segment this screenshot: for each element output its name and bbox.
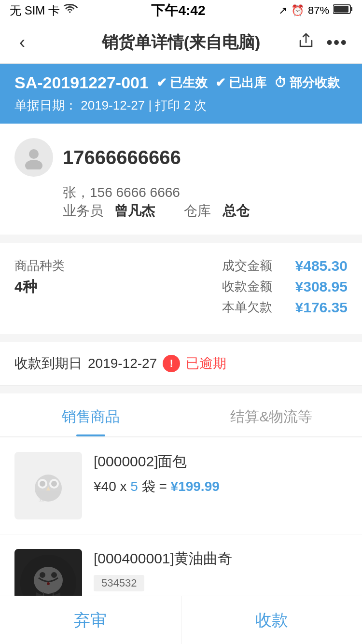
product-title-1: [0000002]面包: [94, 452, 348, 472]
svg-rect-2: [334, 6, 348, 13]
status-bar: 无 SIM 卡 下午4:42 ↗ ⏰ 87%: [0, 0, 362, 21]
customer-meta: 业务员 曾凡杰 仓库 总仓: [63, 202, 348, 220]
svg-point-13: [34, 567, 63, 594]
nav-right-actions: •••: [297, 32, 348, 53]
salesperson-value: 曾凡杰: [114, 203, 155, 218]
received-label: 收款金额: [222, 278, 272, 295]
owed-label: 本单欠款: [222, 299, 272, 316]
product-info-1: [0000002]面包 ¥40 x 5 袋 = ¥199.99: [94, 452, 348, 496]
page-title: 销货单详情(来自电脑): [102, 31, 261, 54]
header-banner: SA-20191227-001 ✔ 已生效 ✔ 已出库 ⏱ 部分收款 单据日期：…: [0, 64, 362, 124]
share-icon[interactable]: [297, 32, 315, 53]
svg-text:豆+: 豆+: [39, 496, 48, 503]
owed-amount-row: 本单欠款 ¥176.35: [222, 299, 348, 316]
due-date-value: 2019-12-27: [88, 356, 157, 371]
status-bar-right: ↗ ⏰ 87%: [278, 4, 352, 17]
deal-amount-value: ¥485.30: [280, 258, 348, 274]
badge-shipped: ✔ 已出库: [215, 74, 266, 91]
alarm-icon: ⏰: [291, 4, 304, 17]
date-info: 单据日期： 2019-12-27 | 打印 2 次: [14, 97, 348, 114]
wifi-icon: [64, 4, 78, 17]
summary-left: 商品种类 4种: [14, 257, 65, 297]
summary-section: 商品种类 4种 成交金额 ¥485.30 收款金额 ¥308.95 本单欠款 ¥…: [0, 243, 362, 334]
tabs: 销售商品 结算&物流等: [0, 393, 362, 436]
clock-icon: ⏱: [274, 75, 287, 90]
reject-button[interactable]: 弃审: [0, 596, 181, 644]
badge-partial: ⏱ 部分收款: [274, 74, 340, 91]
avatar: [14, 138, 53, 177]
salesperson-label: 业务员 曾凡杰: [63, 202, 155, 220]
deal-amount-row: 成交金额 ¥485.30: [222, 257, 348, 274]
category-label: 商品种类: [14, 257, 65, 274]
customer-id: 17666666666: [63, 147, 181, 168]
qty-1: 5: [130, 479, 138, 494]
received-amount-row: 收款金额 ¥308.95: [222, 278, 348, 295]
overdue-label: 已逾期: [186, 354, 226, 373]
deal-amount-label: 成交金额: [222, 257, 272, 274]
tabs-section: 销售商品 结算&物流等: [0, 393, 362, 437]
customer-phone: 张，156 6666 6666: [63, 183, 348, 202]
price-unit-1: ¥40: [94, 479, 116, 494]
svg-point-16: [47, 582, 50, 585]
customer-section: 17666666666 张，156 6666 6666 业务员 曾凡杰 仓库 总…: [0, 124, 362, 235]
product-price-1: ¥40 x 5 袋 = ¥199.99: [94, 477, 348, 496]
status-bar-left: 无 SIM 卡: [10, 3, 78, 18]
due-date-label: 收款到期日: [14, 354, 82, 373]
summary-right: 成交金额 ¥485.30 收款金额 ¥308.95 本单欠款 ¥176.35: [222, 257, 348, 320]
battery-icon: [333, 4, 352, 17]
customer-id-row: 17666666666: [14, 138, 348, 177]
check-icon-1: ✔: [156, 75, 167, 90]
check-icon-2: ✔: [215, 75, 226, 90]
status-bar-time: 下午4:42: [151, 1, 205, 20]
svg-point-4: [25, 160, 42, 169]
battery-text: 87%: [308, 4, 329, 17]
badge-effective: ✔ 已生效: [156, 74, 208, 91]
product-title-2: [000400001]黄油曲奇: [94, 549, 348, 569]
bottom-bar: 弃审 收款: [0, 596, 362, 644]
category-count: 4种: [14, 277, 65, 297]
product-item-1: 豆+ [0000002]面包 ¥40 x 5 袋 = ¥199.99: [0, 437, 362, 534]
overdue-icon: !: [163, 355, 180, 372]
overdue-section: 收款到期日 2019-12-27 ! 已逾期: [0, 342, 362, 386]
svg-rect-1: [350, 7, 352, 11]
warehouse-value: 总仓: [223, 203, 250, 218]
back-button[interactable]: ‹: [14, 28, 30, 57]
received-amount-value: ¥308.95: [280, 279, 348, 295]
nav-bar: ‹ 销货单详情(来自电脑) •••: [0, 21, 362, 64]
svg-point-15: [51, 572, 57, 578]
total-1: ¥199.99: [171, 479, 220, 494]
tab-settlement[interactable]: 结算&物流等: [181, 393, 362, 436]
warehouse-label: 仓库 总仓: [184, 202, 249, 220]
tab-sales-products[interactable]: 销售商品: [0, 393, 181, 436]
svg-point-9: [51, 481, 57, 487]
no-sim-text: 无 SIM 卡: [10, 3, 60, 18]
svg-point-8: [40, 481, 45, 487]
product-image-1: 豆+: [14, 452, 82, 519]
product-sku-2: 534532: [94, 575, 144, 591]
location-icon: ↗: [278, 4, 287, 17]
more-icon[interactable]: •••: [326, 32, 348, 53]
collect-button[interactable]: 收款: [181, 596, 362, 644]
owed-amount-value: ¥176.35: [280, 299, 348, 316]
svg-point-14: [40, 572, 45, 578]
order-badges: ✔ 已生效 ✔ 已出库 ⏱ 部分收款: [156, 74, 340, 91]
order-id-row: SA-20191227-001 ✔ 已生效 ✔ 已出库 ⏱ 部分收款: [14, 73, 348, 92]
svg-point-3: [29, 149, 39, 159]
order-id-text: SA-20191227-001: [14, 73, 149, 92]
